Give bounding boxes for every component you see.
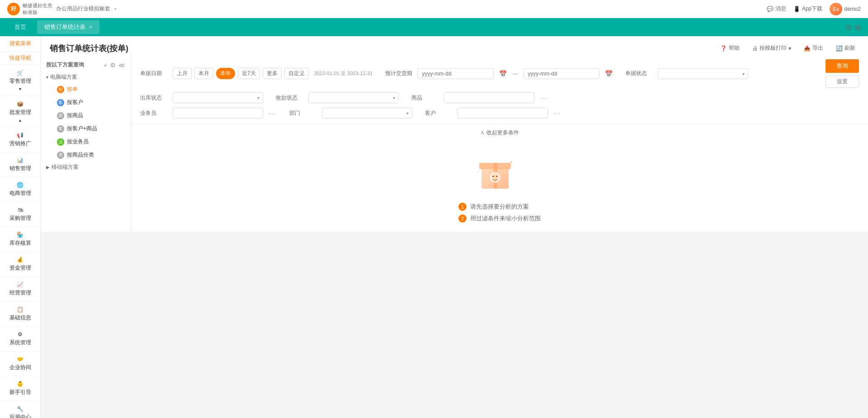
tab-minimize-icon[interactable]: ⊟ (845, 23, 851, 32)
message-icon: 💬 (767, 6, 774, 12)
empty-step-1: 1 请先选择要分析的方案 (458, 203, 541, 211)
main-layout: 搜索菜单 快捷导航 🛒 零售管理 ▾ 📦 批发管理 ▴ 📢 营销推广 📊 销售管… (0, 36, 868, 418)
print-button[interactable]: 🖨 按模板打印 ▾ (749, 43, 795, 54)
tree-collapse-icon[interactable]: ≪ (118, 62, 125, 69)
dept-label: 部门 (289, 109, 316, 117)
sidebar-item-retail[interactable]: 🛒 零售管理 ▾ (0, 65, 40, 96)
step-2-num: 2 (458, 214, 467, 223)
page-header: 销售订单统计表(按单) ❓ 帮助 🖨 按模板打印 ▾ 📤 导出 🔄 刷新 (41, 36, 868, 54)
export-button[interactable]: 📤 导出 (800, 43, 827, 54)
dept-select[interactable] (322, 108, 412, 119)
tab-maximize-icon[interactable]: ⊞ (855, 23, 861, 32)
tree-item-by-customer[interactable]: 客 按客户 (48, 96, 131, 109)
refresh-button[interactable]: 🔄 刷新 (832, 43, 859, 54)
tree-item-by-goods-category[interactable]: 类 按商品分类 (48, 148, 131, 162)
tree-item-by-order[interactable]: 按 按单 (48, 83, 131, 96)
empty-svg: ✦ ✦ (472, 150, 527, 195)
svg-text:✦: ✦ (477, 170, 480, 174)
sidebar-item-enterprise[interactable]: 🤝 企业协同 (0, 352, 40, 376)
sidebar-item-appstore[interactable]: 🔧 应用中心 (0, 401, 40, 418)
tree-add-icon[interactable]: + (104, 62, 107, 69)
tab-home[interactable]: 首页 (7, 20, 33, 34)
sidebar-item-marketing[interactable]: 📢 营销推广 (0, 128, 40, 152)
top-bar-right: 💬 消息 📱 App下载 Ea demo2 (767, 3, 861, 15)
svg-point-5 (496, 176, 498, 177)
date-label: 单据日期 (140, 70, 167, 77)
status-select[interactable] (658, 68, 748, 79)
tab-close-icon[interactable]: × (89, 24, 93, 30)
finance-icon: 💰 (17, 256, 24, 263)
sidebar-item-basic[interactable]: 📋 基础信息 (0, 302, 40, 327)
sidebar-quick-nav[interactable]: 快捷导航 (0, 52, 40, 65)
tree-panel-title: 按以下方案查询 (46, 61, 84, 69)
retail-arrow-icon: ▾ (19, 86, 21, 91)
print-icon: 🖨 (752, 45, 758, 52)
sidebar-item-operations[interactable]: 📈 经营管理 (0, 277, 40, 302)
help-icon: ❓ (720, 45, 727, 52)
basic-icon: 📋 (17, 306, 24, 313)
filter-row-2: 出库状态 收款状态 商品 ··· (140, 92, 859, 103)
tree-item-by-customer-goods[interactable]: 客 按客户+商品 (48, 122, 131, 135)
sidebar-item-purchase[interactable]: 🛍 采购管理 (0, 202, 40, 227)
system-icon: ⚙ (18, 331, 23, 337)
sales-input[interactable] (173, 108, 263, 119)
collapse-button[interactable]: ∧ 收起更多条件 (480, 129, 519, 136)
sidebar-search[interactable]: 搜索菜单 (0, 36, 40, 52)
last-month-btn[interactable]: 上月 (173, 68, 192, 79)
sidebar-item-system[interactable]: ⚙ 系统管理 (0, 327, 40, 352)
app-download-button[interactable]: 📱 App下载 (793, 5, 822, 13)
tree-item-customer-icon: 客 (57, 99, 64, 106)
collapse-row: ∧ 收起更多条件 (131, 124, 868, 141)
tree-item-category-icon: 类 (57, 152, 64, 159)
sidebar-item-wholesale[interactable]: 📦 批发管理 ▴ (0, 96, 40, 128)
step-1-num: 1 (458, 203, 467, 211)
sidebar-item-ecommerce[interactable]: 🌐 电商管理 (0, 177, 40, 202)
sidebar-item-sales[interactable]: 📊 销售管理 (0, 152, 40, 177)
query-button[interactable]: 查询 (826, 59, 859, 73)
predict-date-start-input[interactable] (418, 68, 494, 79)
ship-status-select[interactable] (173, 92, 263, 103)
tab-sales-order-stats[interactable]: 销售订单统计表 × (37, 20, 99, 34)
more-btn[interactable]: 更多 (263, 68, 282, 79)
predict-date-end-input[interactable] (524, 68, 599, 79)
cal-icon-1[interactable]: 📅 (499, 70, 507, 77)
tree-item-by-goods[interactable]: 商 按商品 (48, 109, 131, 122)
this-year-btn[interactable]: 本年 (216, 68, 235, 79)
help-button[interactable]: ❓ 帮助 (717, 43, 743, 54)
goods-more-icon[interactable]: ··· (540, 94, 548, 101)
message-button[interactable]: 💬 消息 (767, 5, 786, 13)
sidebar-item-inventory[interactable]: 🏪 库存核算 (0, 227, 40, 252)
custom-btn[interactable]: 自定义 (284, 68, 309, 79)
filter-row-1: 单据日期 上月 本月 本年 近7天 更多 自定义 2023-01-01 至 20… (140, 59, 859, 88)
customer-label: 客户 (425, 109, 452, 117)
tree-item-by-salesperson[interactable]: 业 按业务员 (48, 135, 131, 148)
filter-actions: 查询 设置 (826, 59, 859, 88)
app-icon: 📱 (793, 6, 800, 12)
this-month-btn[interactable]: 本月 (194, 68, 213, 79)
logo-area: 好 畅捷通好生意 标准版 (7, 2, 52, 15)
pay-status-label: 收款状态 (276, 94, 303, 102)
tree-settings-icon[interactable]: ⚙ (110, 62, 116, 69)
empty-steps: 1 请先选择要分析的方案 2 用过滤条件来缩小分析范围 (458, 203, 541, 223)
customer-more-icon[interactable]: ··· (553, 109, 561, 117)
pay-status-select[interactable] (308, 92, 399, 103)
sidebar-item-newuser[interactable]: 👶 新手引导 (0, 376, 40, 401)
customer-input[interactable] (458, 108, 548, 119)
svg-text:✦: ✦ (509, 160, 513, 165)
operations-icon: 📈 (17, 281, 24, 288)
user-menu[interactable]: Ea demo2 (830, 3, 861, 15)
svg-point-3 (490, 172, 500, 183)
goods-input[interactable] (444, 92, 534, 103)
last7-btn[interactable]: 近7天 (238, 68, 260, 79)
tree-group-mobile: ▶ 移动端方案 (41, 162, 131, 173)
dept-select-wrap (322, 108, 412, 119)
sales-label: 业务员 (140, 109, 167, 117)
empty-state-area: ✦ ✦ 1 请先选择要分析的方案 2 用过滤条件来缩小分析范围 (131, 141, 868, 232)
sidebar-item-finance[interactable]: 💰 资金管理 (0, 252, 40, 277)
tree-panel-header: 按以下方案查询 + ⚙ ≪ (41, 58, 131, 71)
sales-icon: 📊 (17, 157, 24, 163)
setting-button[interactable]: 设置 (826, 76, 859, 88)
cal-icon-2[interactable]: 📅 (605, 70, 613, 77)
sales-more-icon[interactable]: ··· (269, 109, 277, 117)
top-bar: 好 畅捷通好生意 标准版 办公用品行业模拟账套 ▾ 💬 消息 📱 App下载 E… (0, 0, 868, 18)
